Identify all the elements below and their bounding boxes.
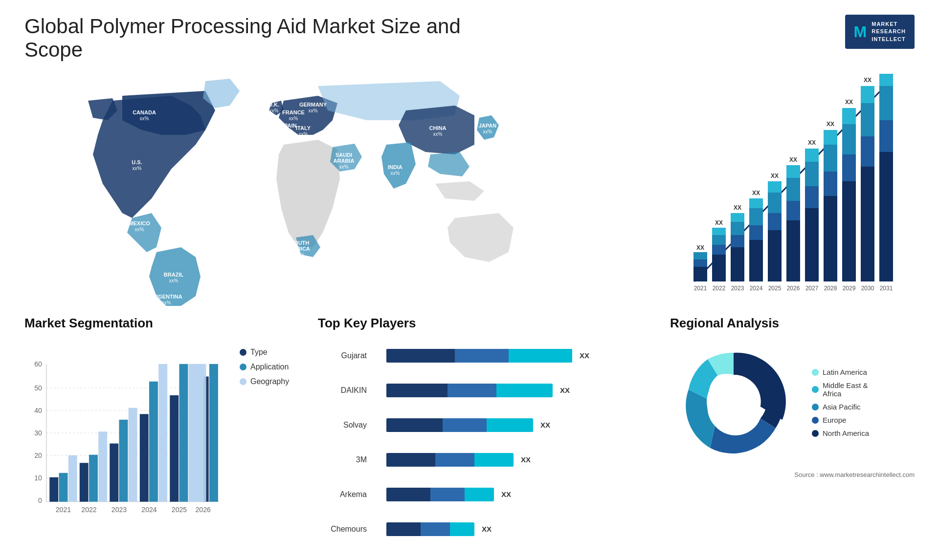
player-bar-solvay: XX: [386, 418, 660, 432]
svg-text:2026: 2026: [787, 285, 800, 292]
svg-rect-39: [712, 255, 726, 281]
svg-rect-70: [805, 186, 819, 208]
world-map-svg: CANADA xx% U.S. xx% MEXICO xx% BRAZIL xx…: [24, 71, 660, 306]
svg-text:xx%: xx%: [269, 108, 279, 113]
svg-rect-78: [824, 130, 837, 145]
svg-rect-36: [693, 252, 707, 259]
seg-chart-container: 60 50 40 30 20 10 0 2021: [24, 338, 308, 546]
svg-rect-53: [749, 208, 763, 225]
svg-point-138: [707, 375, 760, 429]
legend-application: Application: [240, 363, 308, 371]
svg-text:INDIA: INDIA: [388, 164, 402, 170]
seg-chart-svg: 60 50 40 30 20 10 0 2021: [24, 338, 225, 546]
svg-text:SPAIN: SPAIN: [281, 123, 297, 129]
svg-text:xx%: xx%: [133, 166, 142, 171]
svg-rect-54: [749, 198, 763, 208]
svg-rect-134: [209, 364, 218, 502]
logo-letter: M: [854, 23, 867, 41]
svg-text:2021: 2021: [694, 285, 707, 292]
asia-pacific-label: Asia Pacific: [823, 403, 861, 411]
svg-rect-64: [786, 201, 800, 220]
svg-rect-51: [749, 240, 763, 281]
svg-text:2023: 2023: [731, 285, 744, 292]
svg-text:SOUTH: SOUTH: [291, 240, 310, 246]
svg-rect-130: [179, 364, 188, 502]
player-arkema: Arkema: [318, 490, 367, 499]
players-section: Top Key Players Gujarat DAIKIN Solvay 3M…: [318, 316, 660, 548]
svg-text:XX: XX: [696, 244, 704, 251]
svg-text:AFRICA: AFRICA: [290, 246, 310, 252]
svg-text:xx%: xx%: [309, 108, 318, 113]
svg-text:0: 0: [38, 496, 42, 504]
svg-rect-75: [824, 196, 837, 281]
svg-rect-48: [731, 213, 744, 222]
svg-rect-59: [768, 193, 782, 213]
svg-rect-65: [786, 178, 800, 201]
player-bar-3m: XX: [386, 453, 660, 467]
svg-rect-83: [842, 124, 856, 154]
svg-rect-81: [842, 181, 856, 281]
application-dot: [240, 364, 246, 370]
svg-text:2029: 2029: [843, 285, 856, 292]
svg-text:50: 50: [34, 384, 42, 392]
player-bar-daikin: XX: [386, 384, 660, 397]
svg-text:XX: XX: [715, 219, 723, 226]
svg-text:2025: 2025: [172, 506, 187, 514]
logo-area: M MARKETRESEARCHINTELLECT: [845, 15, 915, 49]
svg-rect-40: [712, 245, 726, 255]
svg-rect-121: [110, 444, 118, 502]
svg-rect-126: [149, 382, 158, 502]
svg-text:20: 20: [34, 452, 42, 459]
svg-text:ITALY: ITALY: [296, 125, 311, 131]
svg-rect-34: [693, 267, 707, 281]
svg-text:2026: 2026: [195, 506, 210, 514]
svg-text:SAUDI: SAUDI: [335, 152, 352, 158]
svg-rect-52: [749, 225, 763, 240]
player-bar-gujarat: XX: [386, 349, 660, 363]
player-gujarat: Gujarat: [318, 351, 367, 360]
player-daikin: DAIKIN: [318, 386, 367, 395]
svg-text:2025: 2025: [768, 285, 782, 292]
svg-text:XX: XX: [752, 190, 760, 196]
svg-text:JAPAN: JAPAN: [479, 123, 497, 129]
svg-rect-114: [59, 473, 67, 502]
svg-text:2028: 2028: [824, 285, 837, 292]
svg-text:XX: XX: [808, 139, 816, 146]
svg-rect-118: [89, 455, 98, 502]
donut-svg: [670, 338, 797, 465]
svg-rect-117: [80, 463, 89, 501]
north-america-dot: [812, 430, 819, 437]
svg-rect-63: [786, 220, 800, 281]
svg-rect-72: [805, 149, 819, 162]
svg-rect-87: [861, 167, 874, 281]
svg-rect-41: [712, 235, 726, 245]
svg-text:xx%: xx%: [339, 164, 349, 170]
bar-chart-svg: XX 2021 XX 2022 XX 2023: [670, 71, 915, 306]
svg-text:ARABIA: ARABIA: [334, 158, 355, 164]
svg-text:60: 60: [34, 360, 42, 368]
svg-text:xx%: xx%: [295, 252, 305, 258]
map-container: CANADA xx% U.S. xx% MEXICO xx% BRAZIL xx…: [24, 71, 660, 306]
svg-text:U.S.: U.S.: [132, 159, 142, 165]
svg-text:xx%: xx%: [169, 278, 179, 283]
player-bar-arkema: XX: [386, 488, 660, 501]
svg-text:ARGENTINA: ARGENTINA: [150, 294, 182, 300]
player-solvay: Solvay: [318, 421, 367, 430]
svg-text:xx%: xx%: [162, 300, 171, 305]
seg-legend: Type Application Geography: [240, 338, 308, 386]
svg-rect-42: [712, 228, 726, 235]
svg-rect-122: [119, 420, 128, 502]
svg-rect-94: [879, 120, 893, 152]
svg-text:XX: XX: [864, 77, 872, 84]
legend-type: Type: [240, 348, 308, 357]
type-label: Type: [250, 348, 268, 357]
legend-latin-america: Latin America: [812, 368, 869, 376]
svg-rect-58: [768, 213, 782, 230]
logo-text: MARKETRESEARCHINTELLECT: [872, 21, 906, 43]
svg-text:10: 10: [34, 474, 42, 482]
svg-text:XX: XX: [827, 121, 834, 128]
svg-text:XX: XX: [845, 99, 853, 106]
svg-rect-88: [861, 136, 874, 167]
svg-rect-125: [140, 414, 149, 501]
svg-rect-89: [861, 103, 874, 136]
